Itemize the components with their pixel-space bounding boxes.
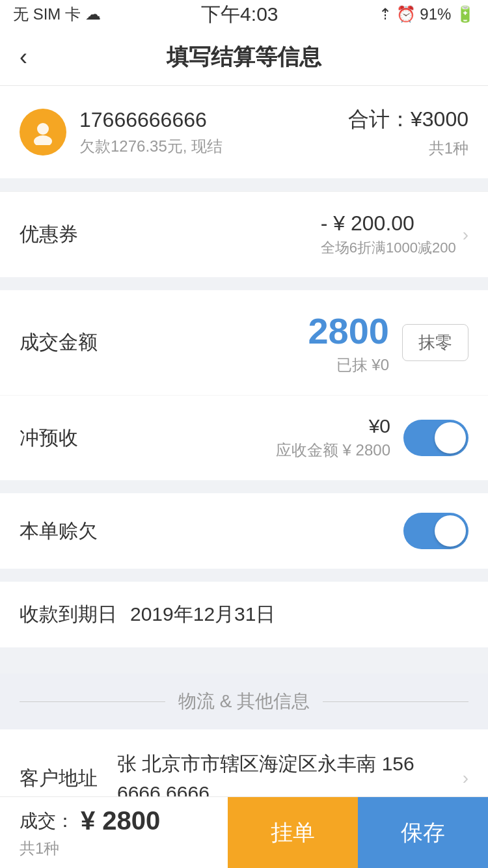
content-area: 17666666666 欠款1276.35元, 现结 合计：¥3000 共1种 … (0, 86, 488, 868)
due-label: 收款到期日 (20, 601, 117, 628)
coupon-row[interactable]: 优惠券 - ¥ 200.00 全场6折满1000减200 › (0, 191, 488, 277)
deal-right: 2800 已抹 ¥0 抹零 (308, 310, 468, 375)
avatar (20, 109, 66, 156)
deal-amount: 2800 (308, 310, 389, 352)
prepay-right: ¥0 应收金额 ¥ 2800 (276, 415, 468, 461)
deal-section: 成交金额 2800 已抹 ¥0 抹零 冲预收 ¥0 应收金额 ¥ 2800 (0, 290, 488, 480)
status-left: 无 SIM 卡 ☁ (13, 4, 101, 25)
address-label: 客户地址 (20, 765, 98, 792)
sim-status: 无 SIM 卡 ☁ (13, 4, 101, 25)
save-button[interactable]: 保存 (358, 797, 488, 869)
coupon-desc: 全场6折满1000减200 (321, 238, 456, 258)
bottom-bar: 成交： ¥ 2800 共1种 挂单 保存 (0, 796, 488, 868)
battery-icon: ⇡ ⏰ 91% 🔋 (379, 5, 475, 23)
customer-left: 17666666666 欠款1276.35元, 现结 (20, 108, 223, 157)
total-count: 共1种 (348, 138, 468, 159)
toggle-knob (435, 422, 466, 454)
address-chevron-icon: › (463, 768, 468, 789)
bottom-count: 共1种 (20, 838, 208, 859)
customer-info: 17666666666 欠款1276.35元, 现结 (79, 108, 223, 157)
customer-card: 17666666666 欠款1276.35元, 现结 合计：¥3000 共1种 (0, 86, 488, 178)
round-button[interactable]: 抹零 (402, 324, 468, 361)
divider (0, 660, 488, 673)
prepay-row: 冲预收 ¥0 应收金额 ¥ 2800 (0, 396, 488, 480)
deal-row: 成交金额 2800 已抹 ¥0 抹零 (0, 290, 488, 396)
prepay-amount: ¥0 (276, 415, 390, 437)
status-right: ⇡ ⏰ 91% 🔋 (379, 5, 475, 23)
customer-phone: 17666666666 (79, 108, 223, 132)
debt-toggle[interactable] (403, 513, 468, 549)
hold-button[interactable]: 挂单 (228, 797, 358, 869)
status-time: 下午4:03 (201, 1, 278, 28)
logistics-title: 物流 & 其他信息 (178, 689, 310, 714)
due-date-row: 收款到期日 2019年12月31日 (0, 582, 488, 647)
bottom-deal-label: 成交： (20, 809, 74, 834)
logistics-line-left (20, 701, 165, 702)
prepay-receivable: 应收金额 ¥ 2800 (276, 440, 390, 461)
debt-row: 本单赊欠 (0, 493, 488, 569)
bottom-deal: 成交： ¥ 2800 (20, 806, 208, 835)
customer-right: 合计：¥3000 共1种 (348, 105, 468, 159)
logistics-header: 物流 & 其他信息 (0, 673, 488, 729)
bottom-info: 成交： ¥ 2800 共1种 (0, 806, 228, 859)
deal-label: 成交金额 (20, 329, 98, 356)
status-bar: 无 SIM 卡 ☁ 下午4:03 ⇡ ⏰ 91% 🔋 (0, 0, 488, 29)
nav-bar: ‹ 填写结算等信息 (0, 29, 488, 86)
customer-debt: 欠款1276.35元, 现结 (79, 136, 223, 157)
chevron-right-icon: › (463, 224, 468, 245)
logistics-line-right (323, 701, 468, 702)
debt-label: 本单赊欠 (20, 518, 98, 545)
svg-point-1 (34, 135, 52, 145)
page-title: 填写结算等信息 (167, 42, 321, 72)
coupon-label: 优惠券 (20, 221, 78, 248)
deal-sub: 已抹 ¥0 (308, 355, 389, 375)
bottom-deal-amount: ¥ 2800 (81, 806, 160, 835)
total-amount: 合计：¥3000 (348, 105, 468, 134)
coupon-right: - ¥ 200.00 全场6折满1000减200 › (321, 211, 468, 258)
debt-toggle-knob (435, 515, 466, 547)
coupon-discount: - ¥ 200.00 (321, 211, 456, 236)
svg-point-0 (37, 123, 49, 135)
prepay-label: 冲预收 (20, 425, 78, 452)
prepay-values: ¥0 应收金额 ¥ 2800 (276, 415, 390, 461)
due-date: 2019年12月31日 (130, 601, 275, 628)
back-button[interactable]: ‹ (20, 44, 27, 71)
prepay-toggle[interactable] (403, 420, 468, 456)
